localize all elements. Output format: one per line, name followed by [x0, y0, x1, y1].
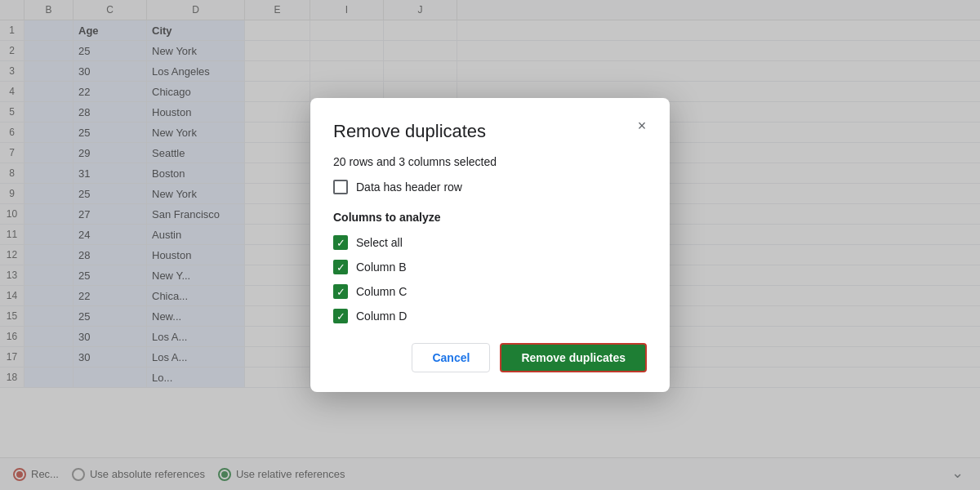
remove-duplicates-dialog: Remove duplicates × 20 rows and 3 column… [310, 98, 670, 392]
dialog-actions: Cancel Remove duplicates [333, 343, 647, 372]
column-d-checkbox[interactable]: ✓ [333, 309, 348, 323]
header-row-option: Data has header row [333, 180, 647, 194]
column-item-select-all: ✓ Select all [333, 235, 642, 250]
header-row-checkbox[interactable] [333, 180, 348, 194]
column-item-c: ✓ Column C [333, 284, 642, 299]
columns-list: ✓ Select all ✓ Column B ✓ Column C ✓ [333, 235, 647, 323]
checkmark-icon: ✓ [336, 287, 345, 297]
remove-duplicates-button[interactable]: Remove duplicates [500, 343, 647, 372]
header-row-label: Data has header row [356, 180, 462, 194]
modal-overlay: Remove duplicates × 20 rows and 3 column… [0, 0, 980, 490]
column-c-label: Column C [356, 285, 407, 298]
columns-section-title: Columns to analyze [333, 211, 647, 224]
select-all-label: Select all [356, 236, 403, 249]
close-button[interactable]: × [630, 114, 653, 137]
dialog-title: Remove duplicates [333, 121, 647, 142]
column-b-checkbox[interactable]: ✓ [333, 260, 348, 274]
select-all-checkbox[interactable]: ✓ [333, 235, 348, 250]
checkmark-icon: ✓ [336, 262, 345, 273]
column-c-checkbox[interactable]: ✓ [333, 284, 348, 299]
column-b-label: Column B [356, 261, 406, 274]
column-item-d: ✓ Column D [333, 309, 642, 323]
column-d-label: Column D [356, 310, 407, 323]
checkmark-icon: ✓ [336, 238, 345, 248]
dialog-subtitle: 20 rows and 3 columns selected [333, 155, 647, 168]
cancel-button[interactable]: Cancel [412, 343, 490, 372]
checkmark-icon: ✓ [336, 311, 345, 322]
column-item-b: ✓ Column B [333, 260, 642, 274]
